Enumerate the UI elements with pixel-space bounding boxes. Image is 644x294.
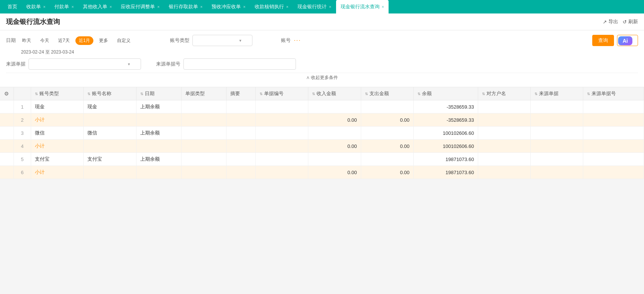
date-range-display: 2023-02-24 至 2023-03-24 — [20, 49, 638, 55]
account-type-select[interactable]: ▾ — [192, 35, 252, 46]
td-doc-no — [256, 140, 308, 153]
query-button[interactable]: 查询 — [592, 35, 614, 46]
td-doc-type — [182, 140, 227, 153]
td-income: 0.00 — [308, 166, 361, 179]
td-counterparty — [478, 127, 530, 140]
close-icon[interactable]: × — [200, 0, 203, 13]
th-doc-type: 单据类型 — [182, 87, 227, 100]
th-balance[interactable]: ⇅余额 — [413, 87, 478, 100]
nav-bank-flow[interactable]: 现金银行流水查询 × — [336, 0, 389, 13]
th-summary: 摘要 — [227, 87, 256, 100]
nav-bank-deposit[interactable]: 银行存取款单 × — [164, 0, 207, 13]
sort-icon: ⇅ — [534, 92, 537, 96]
th-counterparty[interactable]: ⇅对方户名 — [478, 87, 530, 100]
td-action — [0, 140, 14, 153]
nav-home[interactable]: 首页 — [3, 0, 22, 13]
nav-advance[interactable]: 预收冲应收单 × — [207, 0, 250, 13]
nav-receipt[interactable]: 收款单 × — [22, 0, 50, 13]
td-source-doc-no — [583, 113, 644, 127]
nav-writeoff[interactable]: 收款核销执行 × — [250, 0, 293, 13]
header-actions: ↗ 导出 ↺ 刷新 — [603, 18, 638, 25]
top-nav: 首页 收款单 × 付款单 × 其他收入单 × 应收应付调整单 × 银行存取款单 … — [0, 0, 644, 13]
td-doc-type — [182, 166, 227, 179]
td-index: 4 — [14, 140, 31, 153]
nav-payment[interactable]: 付款单 × — [50, 0, 78, 13]
collapse-bar[interactable]: ∧ 收起更多条件 — [6, 73, 638, 82]
td-expense: 0.00 — [361, 140, 413, 153]
date-7days[interactable]: 近7天 — [55, 36, 73, 45]
close-icon[interactable]: × — [110, 0, 112, 13]
td-counterparty — [478, 166, 530, 179]
td-doc-no — [256, 153, 308, 166]
ai-badge[interactable]: Ai — [618, 36, 632, 45]
td-account-name — [84, 166, 136, 179]
table-row: 2小计0.000.00-3528659.33 — [0, 113, 644, 127]
td-counterparty — [478, 100, 530, 113]
table-body: 1现金现金上期余额-3528659.332小计0.000.00-3528659.… — [0, 100, 644, 179]
nav-bank-stats[interactable]: 现金银行统计 × — [293, 0, 336, 13]
filter-area: 日期 昨天 今天 近7天 近1月 更多 自定义 账号类型 ▾ 账号 ··· — [0, 30, 644, 87]
date-1month[interactable]: 近1月 — [75, 36, 94, 45]
td-balance: -3528659.33 — [413, 100, 478, 113]
th-doc-no[interactable]: ⇅单据编号 — [256, 87, 308, 100]
source-doc-select[interactable]: ▾ — [29, 58, 141, 70]
collapse-icon: ∧ — [306, 75, 310, 80]
nav-other-income[interactable]: 其他收入单 × — [78, 0, 116, 13]
th-income[interactable]: ⇅收入金额 — [308, 87, 361, 100]
close-icon[interactable]: × — [329, 0, 331, 13]
td-doc-type — [182, 127, 227, 140]
td-doc-type — [182, 113, 227, 127]
th-source-doc[interactable]: ⇅来源单据 — [530, 87, 583, 100]
td-doc-type — [182, 153, 227, 166]
export-button[interactable]: ↗ 导出 — [603, 18, 618, 25]
date-today[interactable]: 今天 — [37, 36, 53, 45]
date-shortcuts: 昨天 今天 近7天 近1月 更多 自定义 — [19, 36, 134, 45]
gear-icon[interactable]: ⚙ — [4, 91, 9, 97]
td-account-type: 小计 — [31, 166, 84, 179]
export-icon: ↗ — [603, 19, 607, 25]
th-gear[interactable]: ⚙ — [0, 87, 14, 100]
table-row: 5支付宝支付宝上期余额19871073.60 — [0, 153, 644, 166]
close-icon[interactable]: × — [43, 0, 45, 13]
sort-icon: ⇅ — [140, 92, 143, 96]
date-yesterday[interactable]: 昨天 — [19, 36, 35, 45]
chevron-down-icon: ▾ — [239, 38, 242, 43]
th-source-doc-no[interactable]: ⇅来源单据号 — [583, 87, 644, 100]
table-header-row: ⚙ ⇅账号类型 ⇅账号名称 ⇅日期 单据类型 摘要 ⇅单据编号 ⇅收入金额 ⇅支… — [0, 87, 644, 100]
td-summary — [227, 113, 256, 127]
td-action — [0, 127, 14, 140]
close-icon[interactable]: × — [157, 0, 159, 13]
td-balance: 100102606.60 — [413, 140, 478, 153]
nav-adjustment[interactable]: 应收应付调整单 × — [116, 0, 164, 13]
td-summary — [227, 140, 256, 153]
th-expense[interactable]: ⇅支出金额 — [361, 87, 413, 100]
account-type-filter: 账号类型 ▾ — [170, 35, 252, 46]
sort-icon: ⇅ — [587, 92, 590, 96]
source-doc-no-input[interactable] — [183, 58, 296, 70]
close-icon[interactable]: × — [286, 0, 288, 13]
th-account-type[interactable]: ⇅账号类型 — [31, 87, 84, 100]
td-expense — [361, 127, 413, 140]
account-dots-button[interactable]: ··· — [294, 37, 301, 44]
td-doc-type — [182, 100, 227, 113]
sort-icon: ⇅ — [87, 92, 90, 96]
td-index: 6 — [14, 166, 31, 179]
date-more[interactable]: 更多 — [96, 36, 111, 45]
close-icon[interactable]: × — [382, 0, 384, 13]
close-icon[interactable]: × — [71, 0, 74, 13]
td-account-type: 微信 — [31, 127, 84, 140]
refresh-button[interactable]: ↺ 刷新 — [623, 18, 638, 25]
sort-icon: ⇅ — [482, 92, 485, 96]
td-source-doc-no — [583, 140, 644, 153]
close-icon[interactable]: × — [243, 0, 245, 13]
date-custom[interactable]: 自定义 — [114, 36, 134, 45]
th-date[interactable]: ⇅日期 — [136, 87, 181, 100]
td-source-doc — [530, 153, 583, 166]
td-income: 0.00 — [308, 113, 361, 127]
td-balance: -3528659.33 — [413, 113, 478, 127]
td-counterparty — [478, 153, 530, 166]
td-account-name: 支付宝 — [84, 153, 136, 166]
td-account-name: 微信 — [84, 127, 136, 140]
td-doc-no — [256, 100, 308, 113]
th-account-name[interactable]: ⇅账号名称 — [84, 87, 136, 100]
